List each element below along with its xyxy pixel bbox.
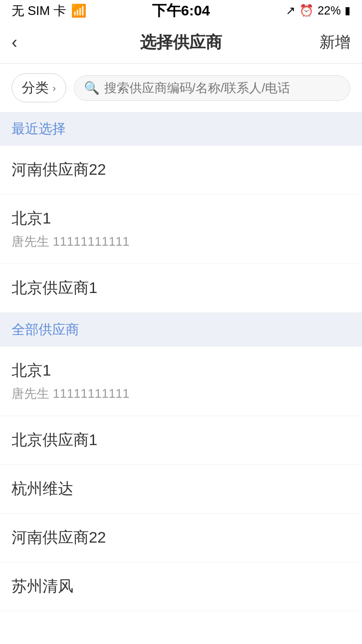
recent-section-title: 最近选择 [12,121,66,136]
search-input[interactable] [104,81,340,96]
status-time: 下午6:04 [152,1,210,21]
all-list-item[interactable]: 北京1 唐先生 11111111111 [0,347,362,416]
all-list-item[interactable]: 河南供应商22 [0,514,362,562]
item-name: 河南供应商22 [12,527,350,548]
item-name: 河南供应商22 [12,159,350,181]
recent-list-item[interactable]: 河南供应商22 [0,146,362,195]
recent-section-header: 最近选择 [0,112,362,146]
all-section-title: 全部供应商 [12,322,79,337]
all-list-item[interactable]: 苏州清风 [0,562,362,611]
filter-bar: 分类 › 🔍 [0,64,362,112]
add-button[interactable]: 新增 [320,32,350,53]
item-contact: 唐先生 11111111111 [12,385,350,402]
recent-list-item[interactable]: 北京供应商1 [0,264,362,313]
back-button[interactable]: ‹ [12,32,41,53]
recent-list: 河南供应商22 北京1 唐先生 11111111111 北京供应商1 [0,146,362,313]
item-contact: 唐先生 11111111111 [12,233,350,250]
item-name: 北京供应商1 [12,430,350,451]
sim-status: 无 SIM 卡 [12,2,66,19]
category-filter-button[interactable]: 分类 › [12,73,66,102]
item-name: 北京1 [12,360,350,381]
search-icon: 🔍 [84,81,99,96]
item-name: 北京1 [12,208,350,229]
search-box[interactable]: 🔍 [74,75,350,101]
status-left: 无 SIM 卡 📶 [12,2,86,19]
item-name: 杭州维达 [12,478,350,500]
nav-bar: ‹ 选择供应商 新增 [0,21,362,64]
status-bar: 无 SIM 卡 📶 下午6:04 ↗ ⏰ 22% ▮ [0,0,362,21]
all-section-header: 全部供应商 [0,313,362,347]
recent-list-item[interactable]: 北京1 唐先生 11111111111 [0,195,362,264]
all-list-item[interactable]: 杭州维达 [0,465,362,514]
page-title: 选择供应商 [140,31,222,54]
alarm-icon: ⏰ [299,4,314,17]
all-list-item[interactable]: 北京供应商1 [0,416,362,465]
item-name: 苏州清风 [12,576,350,597]
battery-icon: ▮ [345,4,350,17]
wifi-icon: 📶 [71,3,86,18]
chevron-right-icon: › [53,83,56,94]
battery-text: 22% [318,4,341,17]
status-right: ↗ ⏰ 22% ▮ [286,4,350,17]
item-name: 北京供应商1 [12,278,350,299]
location-icon: ↗ [286,4,295,17]
category-label: 分类 [22,79,49,97]
all-list: 北京1 唐先生 11111111111 北京供应商1杭州维达河南供应商22苏州清… [0,347,362,611]
